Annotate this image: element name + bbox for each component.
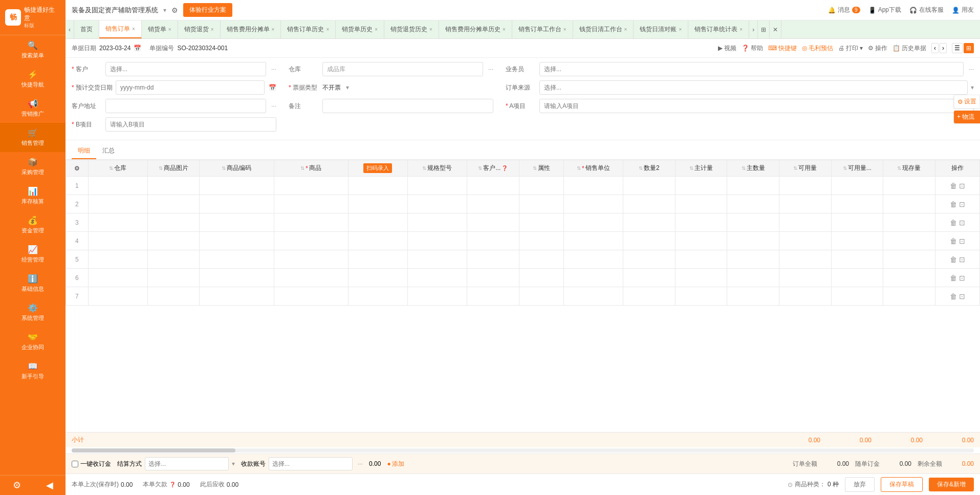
cell-code-5[interactable] [200,250,274,269]
sidebar-collapse-btn[interactable]: ◀ [46,480,53,491]
cell-image-1[interactable] [147,177,200,195]
cell-avail2-6[interactable] [831,269,883,287]
cell-warehouse-3[interactable] [88,213,147,232]
cell-product-2[interactable] [274,195,348,213]
next-record-btn[interactable]: › [940,43,947,53]
delete-row-7-btn[interactable]: 🗑 [950,292,957,300]
cell-avail2-5[interactable] [831,250,883,269]
sidebar-item-system[interactable]: ⚙️ 系统管理 [0,298,66,327]
cell-mainunit-7[interactable] [675,287,727,306]
app-download-btn[interactable]: 📱 App下载 [868,6,901,14]
copy-row-3-btn[interactable]: ⊡ [959,219,965,227]
solution-button[interactable]: 体验行业方案 [183,3,232,17]
sidebar-item-search[interactable]: 🔍 搜索菜单 [0,35,66,64]
help-btn[interactable]: ❓ 帮助 [742,44,763,53]
tab-sales-expense[interactable]: 销售费用分摊单 × [221,20,281,38]
sidebar-settings-btn[interactable]: ⚙ [13,480,21,491]
customer-input[interactable] [105,62,266,76]
cell-image-3[interactable] [147,213,200,232]
cell-unit-6[interactable] [563,269,623,287]
cell-mainqty-2[interactable] [727,195,779,213]
cell-spec-6[interactable] [407,269,467,287]
warehouse-input[interactable] [322,62,483,76]
cell-stock-5[interactable] [883,250,935,269]
cell-stock-2[interactable] [883,195,935,213]
cell-mainqty-7[interactable] [727,287,779,306]
card-view-btn[interactable]: ⊞ [964,43,974,53]
cell-product-5[interactable] [274,250,348,269]
cell-stock-1[interactable] [883,177,935,195]
tab-expense-history[interactable]: 销售费用分摊单历史 × [439,20,512,38]
cell-qty2-3[interactable] [623,213,675,232]
cell-spec-3[interactable] [407,213,467,232]
th-settings[interactable]: ⚙ [66,160,89,177]
cell-avail-7[interactable] [779,287,831,306]
tab-sales-return[interactable]: 销货退货 × [178,20,221,38]
tab-close-sales-order[interactable]: × [132,26,135,32]
remark-input[interactable] [322,99,493,113]
cell-custcode-5[interactable] [467,250,519,269]
tab-order-workbench[interactable]: 销售订单工作台 × [512,20,573,38]
cell-unit-2[interactable] [563,195,623,213]
cell-mainqty-6[interactable] [727,269,779,287]
cell-avail-6[interactable] [779,269,831,287]
copy-row-2-btn[interactable]: ⊡ [959,200,965,208]
cell-attr-1[interactable] [519,177,563,195]
delete-row-6-btn[interactable]: 🗑 [950,274,957,282]
cell-attr-4[interactable] [519,232,563,250]
cell-stock-6[interactable] [883,269,935,287]
horizontal-scrollbar[interactable] [66,447,980,454]
cell-image-6[interactable] [147,269,200,287]
copy-row-4-btn[interactable]: ⊡ [959,237,965,245]
cell-image-4[interactable] [147,232,200,250]
tab-close-money-workbench[interactable]: × [624,27,627,32]
cell-mainqty-4[interactable] [727,232,779,250]
scroll-track[interactable] [72,448,974,453]
invoice-dropdown-icon[interactable]: ▾ [346,84,349,91]
cell-qty2-2[interactable] [623,195,675,213]
salesman-input[interactable] [539,62,964,76]
order-source-input[interactable] [539,80,968,95]
cell-warehouse-2[interactable] [88,195,147,213]
tab-close-reconciliation[interactable]: × [679,27,682,32]
cell-image-2[interactable] [147,195,200,213]
tab-sales-order-history[interactable]: 销售订单历史 × [281,20,336,38]
payment-method-arrow[interactable]: ▾ [232,460,235,467]
cell-avail2-2[interactable] [831,195,883,213]
sidebar-item-basics[interactable]: ℹ️ 基础信息 [0,269,66,298]
delete-row-4-btn[interactable]: 🗑 [950,237,957,245]
cell-code-4[interactable] [200,232,274,250]
cell-qty2-5[interactable] [623,250,675,269]
cell-qty2-6[interactable] [623,269,675,287]
delete-row-1-btn[interactable]: 🗑 [950,182,957,190]
cell-mainunit-4[interactable] [675,232,727,250]
sidebar-item-marketing[interactable]: 📢 营销推广 [0,94,66,123]
settings-right-btn[interactable]: ⚙ 设置 [954,95,980,109]
tab-close-sales-return[interactable]: × [211,27,214,32]
sidebar-item-operations[interactable]: 📈 经营管理 [0,240,66,269]
calendar-icon[interactable]: 📅 [134,45,141,52]
payment-method-select[interactable] [145,457,229,470]
sidebar-item-inventory[interactable]: 📊 库存核算 [0,181,66,210]
cell-spec-2[interactable] [407,195,467,213]
cell-warehouse-6[interactable] [88,269,147,287]
tab-close-all-btn[interactable]: ✕ [770,20,781,38]
delete-row-3-btn[interactable]: 🗑 [950,219,957,227]
delete-row-5-btn[interactable]: 🗑 [950,255,957,264]
tab-close-expense-history[interactable]: × [503,27,506,32]
tab-close-sales-expense[interactable]: × [272,27,275,32]
sidebar-item-quick-nav[interactable]: ⚡ 快捷导航 [0,64,66,94]
cell-unit-3[interactable] [563,213,623,232]
view-btn[interactable]: ▶ 视频 [718,44,736,53]
cell-attr-5[interactable] [519,250,563,269]
cell-mainqty-1[interactable] [727,177,779,195]
tab-detail[interactable]: 明细 [72,143,96,159]
tab-close-order-history[interactable]: × [326,27,329,32]
scroll-thumb[interactable] [72,448,235,453]
cell-spec-7[interactable] [407,287,467,306]
save-new-button[interactable]: 保存&新增 [929,478,974,491]
profit-btn[interactable]: ◎ 毛利预估 [802,44,833,53]
cell-custcode-3[interactable] [467,213,519,232]
cell-warehouse-7[interactable] [88,287,147,306]
cell-mainunit-3[interactable] [675,213,727,232]
